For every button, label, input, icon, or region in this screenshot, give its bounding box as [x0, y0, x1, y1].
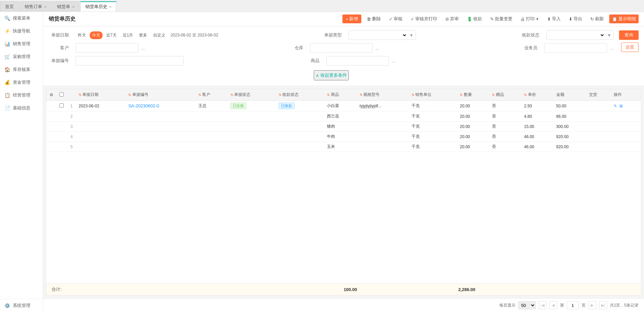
row1-edit-btn[interactable]: ✎ — [614, 104, 617, 108]
row5-transaction — [587, 142, 611, 152]
last7days-btn[interactable]: 近7天 — [104, 31, 119, 39]
tab-sales-history[interactable]: 销货单历史 × — [80, 1, 116, 11]
col-gift-header[interactable]: ⇅ 赠品 — [490, 89, 522, 101]
batch-change-button[interactable]: ✎ 批量变更 — [487, 15, 515, 23]
yesterday-btn[interactable]: 昨天 — [76, 31, 88, 39]
col-settings-header[interactable]: ⚙ — [46, 89, 56, 101]
tab-sales-delivery-close[interactable]: × — [72, 5, 74, 9]
col-spec-header[interactable]: ⇅ 规格型号 — [358, 89, 410, 101]
sidebar-item-operations[interactable]: 📋 经营管理 — [0, 89, 43, 102]
show-detail-button[interactable]: 📋 显示明细 — [609, 15, 639, 23]
select-all-checkbox[interactable] — [59, 92, 64, 97]
sidebar-item-search-menu[interactable]: 🔍 搜索菜单 — [0, 12, 43, 25]
row1-transaction — [587, 101, 611, 111]
first-page-btn[interactable]: |◀ — [538, 301, 547, 309]
row3-settings — [46, 122, 56, 132]
sidebar-item-finance[interactable]: 💰 资金管理 — [0, 76, 43, 89]
tab-bar: 首页 销售订单 × 销货单 × 销货单历史 × — [0, 0, 644, 12]
table-row: 4 牛肉 千克 20.00 否 46.00 920. — [46, 132, 641, 142]
col-unit-price-header[interactable]: ⇅ 单价 — [522, 89, 554, 101]
custom-date-btn[interactable]: 自定义 — [151, 31, 168, 39]
goods-input[interactable] — [326, 56, 389, 66]
audit-button-label: 审核 — [394, 16, 402, 22]
sort-icon: ⇅ — [79, 93, 81, 97]
row4-spec — [358, 132, 410, 142]
row2-sales-unit: 千克 — [410, 111, 458, 122]
tab-sales-history-close[interactable]: × — [109, 5, 111, 9]
row1-checkbox[interactable] — [59, 103, 64, 108]
row4-num: 4 — [66, 132, 77, 142]
customer-more-icon[interactable]: ... — [141, 45, 145, 51]
row1-check[interactable] — [56, 101, 66, 111]
col-doc-date-header[interactable]: ⇅ 单据日期 — [77, 89, 126, 101]
row1-doc-number-link[interactable]: SA-20230602-0 — [128, 103, 159, 108]
delete-button[interactable]: 🗑 删除 — [364, 15, 384, 23]
abandon-button[interactable]: ⊘ 弃审 — [443, 15, 461, 23]
finance-icon: 💰 — [4, 79, 10, 85]
page-input[interactable] — [567, 301, 579, 309]
sort-icon10: ⇅ — [492, 93, 495, 97]
more-date-btn[interactable]: 更多 — [137, 31, 149, 39]
sidebar-item-system-mgmt[interactable]: ⚙️ 系统管理 — [0, 299, 43, 312]
sidebar-item-quick-nav[interactable]: ⚡ 快捷导航 — [0, 25, 43, 37]
delete-icon: 🗑 — [367, 17, 371, 22]
col-quantity-header[interactable]: ⇅ 数量 — [458, 89, 490, 101]
audit-print-button[interactable]: ✓ 审核并打印 — [408, 15, 440, 23]
row3-doc-number — [126, 122, 196, 132]
doc-type-select[interactable] — [349, 31, 407, 40]
salesperson-more-icon[interactable]: ... — [610, 45, 614, 51]
import-button[interactable]: ⬆ 导入 — [544, 15, 563, 23]
col-amount-header: 金额 — [554, 89, 587, 101]
goods-more-icon[interactable]: ... — [392, 58, 396, 63]
row4-action — [612, 132, 641, 142]
tab-sales-delivery[interactable]: 销货单 × — [52, 1, 79, 11]
collapse-label: 收起更多条件 — [320, 72, 347, 78]
customer-input[interactable] — [76, 43, 138, 53]
audit-button[interactable]: ✓ 审核 — [386, 15, 405, 23]
new-button[interactable]: + 新增 — [342, 15, 362, 23]
collect-button[interactable]: 💲 收款 — [464, 15, 485, 23]
row4-amount: 920.00 — [554, 132, 587, 142]
today-btn[interactable]: 今天 — [90, 31, 103, 39]
col-goods-header[interactable]: ⇅ 商品 — [325, 89, 357, 101]
print-button[interactable]: 🖨 打印 ▼ — [518, 15, 542, 23]
row1-doc-date: 2023-06-02 — [77, 101, 126, 111]
query-button[interactable]: 查询 — [619, 30, 639, 40]
collect-status-select[interactable] — [547, 31, 605, 40]
sidebar-item-basic-info[interactable]: 📄 基础信息 — [0, 102, 43, 114]
last1month-btn[interactable]: 近1月 — [120, 31, 136, 39]
prev-page-btn[interactable]: ◀ — [549, 301, 557, 309]
table-wrap[interactable]: ⚙ ⇅ 单据日期 ⇅ 单据编号 ⇅ 客户 ⇅ 单据状态 ⇅ 收款状态 ⇅ 商品 … — [46, 89, 641, 283]
sidebar-item-sales-mgmt[interactable]: 📊 销售管理 — [0, 37, 43, 50]
export-button[interactable]: ⬇ 导出 — [566, 15, 585, 23]
sidebar-item-purchase-mgmt[interactable]: 🛒 采购管理 — [0, 50, 43, 63]
col-collect-status-header[interactable]: ⇅ 收款状态 — [277, 89, 325, 101]
tab-sales-order-close[interactable]: × — [44, 5, 46, 9]
tab-sales-order[interactable]: 销售订单 × — [20, 1, 51, 11]
last-page-btn[interactable]: ▶| — [599, 301, 607, 309]
refresh-button-label: 刷新 — [595, 16, 604, 22]
setting-button[interactable]: 设置 — [621, 43, 639, 52]
doc-number-input[interactable] — [76, 56, 184, 66]
row1-doc-number[interactable]: SA-20230602-0 — [126, 101, 196, 111]
salesperson-input[interactable] — [544, 43, 607, 53]
next-page-btn[interactable]: ▶ — [588, 301, 596, 309]
per-page-select[interactable]: 50 100 200 — [518, 301, 536, 309]
sidebar-item-inventory[interactable]: 🏠 库存核算 — [0, 63, 43, 76]
tab-home[interactable]: 首页 — [0, 1, 19, 11]
collect-icon: 💲 — [467, 17, 472, 22]
col-doc-number-header[interactable]: ⇅ 单据编号 — [126, 89, 196, 101]
col-customer-header[interactable]: ⇅ 客户 — [196, 89, 228, 101]
tab-home-label: 首页 — [5, 4, 14, 10]
warehouse-input[interactable] — [310, 43, 373, 53]
col-check-header[interactable] — [56, 89, 66, 101]
row1-copy-btn[interactable]: ⊞ — [619, 104, 623, 108]
collapse-btn[interactable]: ∧ 收起更多条件 — [314, 70, 349, 80]
col-sales-unit-header[interactable]: ⇅ 销售单位 — [410, 89, 458, 101]
page-label: 第 — [560, 303, 564, 308]
col-doc-status-header[interactable]: ⇅ 单据状态 — [228, 89, 277, 101]
row4-unit-price: 46.00 — [522, 132, 554, 142]
warehouse-more-icon[interactable]: ... — [375, 45, 380, 51]
page-title: 销货单历史 — [49, 16, 76, 23]
refresh-button[interactable]: ↻ 刷新 — [588, 15, 607, 23]
